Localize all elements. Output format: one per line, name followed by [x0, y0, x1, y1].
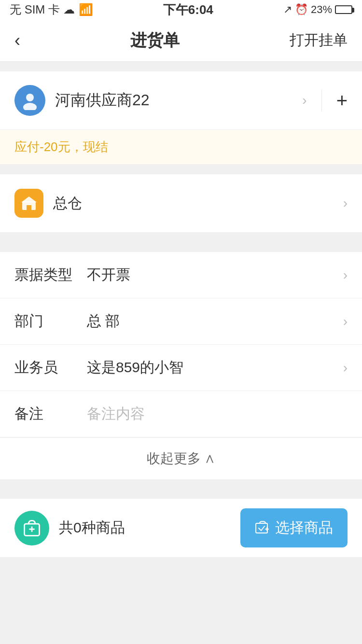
supplier-chevron-icon: ›	[302, 93, 306, 108]
svg-marker-3	[21, 196, 37, 202]
product-count: 共0种商品	[59, 518, 231, 538]
status-bar: 无 SIM 卡 ☁ 📶 下午6:04 ↗ ⏰ 23%	[0, 0, 362, 19]
form-section: 票据类型 不开票 › 部门 总 部 › 业务员 这是859的小智 › 备注 备注…	[0, 252, 362, 479]
salesperson-label: 业务员	[14, 358, 82, 378]
battery-percent: 23%	[311, 3, 332, 16]
status-right: ↗ ⏰ 23%	[283, 3, 352, 16]
warehouse-icon-wrap	[14, 189, 43, 218]
collapse-label: 收起更多 ∧	[147, 449, 216, 468]
alarm-icon: ⏰	[295, 3, 308, 16]
department-chevron-icon: ›	[343, 314, 348, 329]
supplier-section: 河南供应商22 › + 应付-20元，现结	[0, 71, 362, 165]
department-value: 总 部	[82, 311, 343, 331]
salesperson-value: 这是859的小智	[82, 358, 343, 378]
top-divider	[0, 62, 362, 71]
page-root: 无 SIM 卡 ☁ 📶 下午6:04 ↗ ⏰ 23% ‹ 进货单 打开挂单	[0, 0, 362, 644]
select-product-label: 选择商品	[275, 518, 333, 538]
invoice-chevron-icon: ›	[343, 267, 348, 283]
bottom-section: 共0种商品 选择商品	[0, 499, 362, 557]
supplier-actions: › +	[302, 90, 348, 112]
svg-point-0	[26, 94, 34, 101]
mid-divider	[0, 165, 362, 174]
bottom-divider	[0, 479, 362, 489]
department-label: 部门	[14, 311, 82, 331]
supplier-avatar	[14, 85, 45, 116]
location-icon: ↗	[283, 3, 292, 16]
invoice-type-row[interactable]: 票据类型 不开票 ›	[0, 252, 362, 298]
invoice-type-value: 不开票	[82, 265, 343, 285]
remark-value: 备注内容	[82, 404, 348, 424]
salesperson-chevron-icon: ›	[343, 360, 348, 376]
select-product-button[interactable]: 选择商品	[240, 508, 348, 547]
svg-rect-4	[27, 205, 31, 210]
supplier-row[interactable]: 河南供应商22 › +	[0, 71, 362, 130]
department-row[interactable]: 部门 总 部 ›	[0, 298, 362, 345]
form-divider	[0, 233, 362, 242]
collapse-toggle[interactable]: 收起更多 ∧	[0, 437, 362, 479]
open-pending-button[interactable]: 打开挂单	[290, 30, 348, 50]
sim-label: 无 SIM 卡 ☁	[10, 2, 75, 17]
svg-point-1	[23, 103, 37, 110]
product-icon-wrap	[14, 511, 49, 546]
warehouse-chevron-icon: ›	[343, 196, 348, 211]
page-title: 进货单	[130, 29, 180, 52]
warehouse-section: 总仓 ›	[0, 174, 362, 233]
nav-bar: ‹ 进货单 打开挂单	[0, 19, 362, 62]
warehouse-name: 总仓	[53, 194, 343, 213]
warehouse-row[interactable]: 总仓 ›	[0, 174, 362, 233]
salesperson-row[interactable]: 业务员 这是859的小智 ›	[0, 345, 362, 391]
status-left: 无 SIM 卡 ☁ 📶	[10, 2, 93, 17]
battery-icon	[335, 5, 352, 14]
wifi-icon: 📶	[79, 3, 93, 16]
invoice-type-label: 票据类型	[14, 265, 82, 285]
remark-label: 备注	[14, 404, 82, 424]
svg-rect-6	[256, 523, 267, 533]
status-time: 下午6:04	[163, 1, 213, 18]
remark-row[interactable]: 备注 备注内容	[0, 391, 362, 437]
add-button[interactable]: +	[321, 90, 348, 112]
back-button[interactable]: ‹	[14, 30, 20, 51]
select-product-icon	[255, 520, 270, 536]
supplier-name: 河南供应商22	[55, 90, 302, 111]
notice-banner: 应付-20元，现结	[0, 130, 362, 165]
